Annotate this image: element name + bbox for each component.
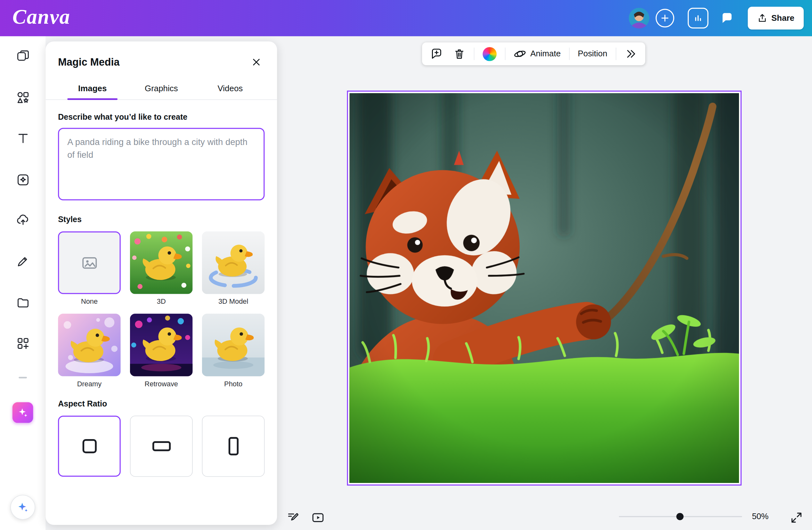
- style-option-photo[interactable]: Photo: [202, 314, 265, 387]
- sidebar-item-projects[interactable]: [16, 295, 30, 309]
- aspect-option-landscape[interactable]: [130, 416, 193, 477]
- canva-editor: Canva: [0, 0, 812, 530]
- image-placeholder-icon: [81, 254, 98, 271]
- assistant-sparkle-icon: [16, 501, 29, 514]
- position-label: Position: [578, 49, 607, 59]
- comments-button[interactable]: [716, 8, 737, 29]
- sidebar-item-elements[interactable]: [16, 90, 30, 104]
- tab-images[interactable]: Images: [58, 79, 127, 100]
- avatar[interactable]: [628, 8, 649, 29]
- style-label: None: [81, 298, 98, 305]
- style-label: Retrowave: [145, 380, 178, 387]
- sidebar-item-magic-media[interactable]: [13, 402, 33, 423]
- rail-divider: [18, 377, 27, 378]
- notes-button[interactable]: [285, 509, 302, 526]
- style-thumb-retrowave: [130, 314, 193, 377]
- aspect-ratio-options: [58, 416, 264, 477]
- style-label: 3D Model: [218, 298, 248, 305]
- assistant-button[interactable]: [10, 495, 35, 520]
- canva-logo[interactable]: Canva: [13, 7, 70, 28]
- zoom-slider-handle[interactable]: [676, 513, 684, 520]
- magic-media-panel: Magic Media Images Graphics Videos Descr…: [45, 41, 277, 525]
- panel-tabs: Images Graphics Videos: [45, 79, 277, 100]
- animate-orbit-icon: [513, 48, 526, 60]
- sidebar-item-draw[interactable]: [16, 253, 30, 268]
- elements-icon: [16, 90, 30, 104]
- style-option-retrowave[interactable]: Retrowave: [130, 314, 193, 387]
- style-label: Dreamy: [77, 380, 102, 387]
- landscape-ratio-icon: [150, 435, 173, 458]
- aspect-option-portrait[interactable]: [202, 416, 265, 477]
- style-thumb-none: [58, 231, 121, 294]
- style-thumb-dreamy: [58, 314, 121, 377]
- avatar-image: [628, 8, 649, 29]
- insights-button[interactable]: [687, 8, 708, 29]
- brand-icon: [16, 173, 30, 187]
- delete-button[interactable]: [449, 44, 470, 63]
- aspect-option-square[interactable]: [58, 416, 121, 477]
- top-bar-actions: Share: [628, 7, 804, 29]
- panel-title: Magic Media: [58, 56, 119, 68]
- more-tools-button[interactable]: [620, 44, 641, 63]
- present-play-icon: [311, 511, 325, 524]
- sidebar-item-text[interactable]: [16, 131, 30, 145]
- share-label: Share: [771, 13, 794, 23]
- notes-icon: [286, 511, 300, 524]
- text-icon: [16, 131, 30, 145]
- toolbar-divider: [474, 48, 475, 60]
- style-thumb-3d: [130, 231, 193, 294]
- top-bar: Canva: [0, 0, 812, 36]
- magic-media-sparkle-icon: [17, 407, 29, 419]
- prompt-input[interactable]: [58, 128, 264, 200]
- present-button[interactable]: [310, 509, 326, 526]
- comment-add-button[interactable]: [426, 44, 447, 63]
- close-icon: [251, 56, 262, 68]
- style-label: Photo: [224, 380, 242, 387]
- apps-grid-icon: [16, 336, 30, 350]
- style-option-dreamy[interactable]: Dreamy: [58, 314, 121, 387]
- style-thumb-3d-model: [202, 231, 265, 294]
- sidebar-item-uploads[interactable]: [16, 212, 30, 226]
- style-thumb-photo: [202, 314, 265, 377]
- plus-icon: [659, 13, 670, 23]
- sidebar-item-brand[interactable]: [16, 173, 30, 187]
- draw-pen-icon: [16, 254, 30, 268]
- share-upload-icon: [757, 13, 767, 23]
- tab-graphics[interactable]: Graphics: [127, 79, 195, 100]
- double-chevron-icon: [624, 48, 637, 60]
- panel-header: Magic Media: [58, 41, 264, 70]
- toolbar-divider: [505, 48, 506, 60]
- bar-chart-icon: [692, 13, 704, 24]
- style-option-none[interactable]: None: [58, 231, 121, 305]
- style-option-3d-model[interactable]: 3D Model: [202, 231, 265, 305]
- portrait-ratio-icon: [222, 435, 245, 458]
- uploads-cloud-icon: [16, 212, 30, 226]
- folder-icon: [16, 295, 30, 309]
- sidebar-item-design[interactable]: [16, 49, 30, 63]
- zoom-level[interactable]: 50%: [752, 512, 768, 521]
- toolbar-divider: [615, 48, 616, 60]
- styles-heading: Styles: [58, 215, 264, 224]
- position-button[interactable]: Position: [574, 44, 612, 63]
- chat-bubble-icon: [720, 12, 734, 25]
- comment-add-icon: [430, 48, 443, 60]
- square-ratio-icon: [78, 435, 101, 458]
- canvas-page[interactable]: [347, 91, 742, 486]
- animate-button[interactable]: Animate: [509, 44, 565, 63]
- close-panel-button[interactable]: [248, 54, 265, 70]
- generated-red-panda-image[interactable]: [350, 93, 739, 483]
- animate-label: Animate: [530, 49, 561, 59]
- fullscreen-button[interactable]: [788, 509, 805, 526]
- style-option-3d[interactable]: 3D: [130, 231, 193, 305]
- side-rail: [0, 36, 45, 530]
- describe-label: Describe what you’d like to create: [58, 112, 264, 122]
- selection-toolbar: Animate Position: [422, 43, 645, 65]
- share-button[interactable]: Share: [748, 7, 804, 29]
- color-picker-button[interactable]: [478, 44, 501, 63]
- tab-videos[interactable]: Videos: [195, 79, 264, 100]
- style-label: 3D: [157, 298, 166, 305]
- sidebar-item-apps[interactable]: [16, 336, 30, 351]
- fullscreen-expand-icon: [789, 511, 803, 524]
- add-member-button[interactable]: [655, 9, 674, 27]
- styles-grid: None 3D: [58, 231, 264, 387]
